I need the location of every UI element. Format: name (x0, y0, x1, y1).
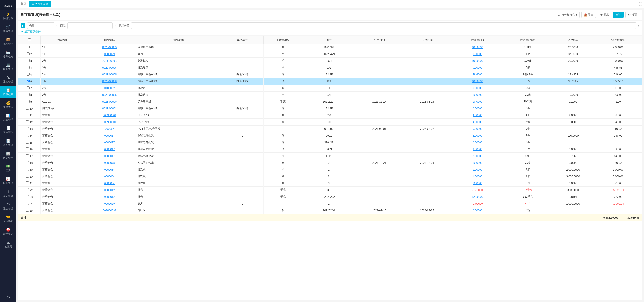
cell-qty-main[interactable]: 0.00000 (451, 85, 504, 92)
table-row[interactable]: 15 营营仓仓 0000017 测试电笔批次 1 件 210423 0.0000… (18, 139, 642, 146)
row-checkbox[interactable] (26, 168, 29, 171)
table-row[interactable]: 24 营营仓仓 0000029 展斥 1 个 1 -1.00000 -1个 1,… (18, 200, 642, 207)
row-checkbox[interactable] (26, 127, 29, 130)
cell-qty-main[interactable]: 3.00000 (451, 146, 504, 153)
sidebar-item-fixed-assets[interactable]: 🏢 固定资产 (0, 149, 16, 162)
cell-code[interactable]: 0023-00009 (83, 44, 136, 51)
row-checkbox[interactable] (27, 73, 30, 76)
cell-qty-main[interactable]: 2.00000 (451, 132, 504, 139)
window-minimize-button[interactable]: ─ (638, 2, 642, 6)
cell-qty-main[interactable]: -16.0000 (451, 187, 504, 194)
row-checkbox[interactable] (27, 100, 30, 103)
table-row[interactable]: 20 营营仓仓 0000084 批次次 米 2 1.00000 1米 3,000… (18, 173, 642, 180)
row-checkbox[interactable] (27, 46, 30, 49)
cell-qty-main[interactable]: 49.6000 (451, 71, 504, 78)
sidebar-item-purchase[interactable]: 🛍 采购管理 (0, 73, 16, 86)
display-button[interactable]: 👁 显示 (598, 12, 612, 18)
sidebar-item-quick-nav[interactable]: ⚡ 快捷导航 (0, 10, 16, 23)
row-checkbox[interactable] (26, 161, 29, 164)
warehouse-filter-input[interactable] (27, 23, 54, 29)
product-filter-input[interactable] (68, 23, 113, 29)
row-checkbox[interactable] (26, 188, 29, 191)
cell-code[interactable]: 0000017 (83, 153, 136, 160)
cell-qty-main[interactable]: 100.0000 (451, 44, 504, 51)
sidebar-item-ledger[interactable]: 📊 总账管理 (0, 111, 16, 124)
cell-qty-main[interactable]: 87.0000 (451, 153, 504, 160)
sidebar-settings-bottom[interactable]: ⚙ (0, 292, 16, 302)
row-checkbox[interactable] (26, 134, 29, 137)
cell-code[interactable]: 0000029 (83, 51, 136, 58)
sidebar-item-cloud[interactable]: ☁ 云应用 (0, 238, 16, 251)
row-checkbox[interactable] (26, 113, 29, 116)
sidebar-item-inventory[interactable]: 📋 库存核查 (0, 86, 16, 98)
table-row[interactable]: 21 营营仓仓 0000084 批次次 米 3 10.0000 10米 0.00… (18, 180, 642, 187)
sidebar-item-ecommerce-small[interactable]: 🦢 小鹅电商 (0, 48, 16, 61)
cell-code[interactable]: 0000012 (83, 194, 136, 200)
cell-qty-main[interactable]: 122.0000 (451, 194, 504, 200)
cell-qty-main[interactable]: 0.00000 (451, 125, 504, 132)
row-checkbox[interactable] (26, 182, 29, 184)
sidebar-item-system[interactable]: ⚙ 系统管理 (0, 200, 16, 213)
query-button[interactable]: 查询 (613, 12, 624, 18)
cell-code[interactable]: 0000029 (83, 200, 136, 207)
select-all-checkbox[interactable] (28, 38, 31, 41)
cell-code[interactable]: 000900001 (83, 119, 136, 125)
cell-code[interactable]: 0000017 (83, 139, 136, 146)
cell-code[interactable]: 0023-00005 (83, 71, 136, 78)
cell-code[interactable]: 0000078 (83, 160, 136, 166)
table-row[interactable]: 2 11 0000029 展斥 1 个 20220429 1.00000 1个 … (18, 51, 642, 58)
table-row[interactable]: 16 营营仓仓 0000017 测试电笔批次 1 件 0003 3.00000 … (18, 146, 642, 153)
table-row[interactable]: 23 营营仓仓 0000012 批号 1 千克 1222222222 122.0… (18, 194, 642, 200)
table-row[interactable]: 10 测试透底2 0023-00008 富减（白色/奶橘） 白色/奶橘 件 12… (18, 105, 642, 112)
row-checkbox[interactable] (26, 195, 29, 198)
sidebar-item-guide[interactable]: 🎯 新手引导 (0, 225, 16, 238)
table-row[interactable]: 8 2号 0023-00005 批次透底 米 001 10.0000 10米 1… (18, 92, 642, 98)
cell-qty-main[interactable]: 100.0000 (451, 78, 504, 85)
sidebar-item-ecommerce[interactable]: 💻 电商管理 (0, 61, 16, 73)
table-container[interactable]: 仓库名称 商品编码 商品名称 规格型号 主计量单位 批号 生产日期 失效日期 现… (18, 36, 642, 300)
cell-code[interactable]: 0023-00008 (83, 105, 136, 112)
row-checkbox[interactable] (26, 141, 29, 144)
cell-qty-main[interactable]: 0.00000 (451, 139, 504, 146)
cell-code[interactable]: 0000084 (83, 166, 136, 173)
sidebar-item-invoice[interactable]: 🧾 发票管理 (0, 124, 16, 136)
tab-home[interactable]: 首页 (18, 1, 29, 7)
sidebar-item-tax[interactable]: 📑 税务管理 (0, 136, 16, 149)
table-row[interactable]: 17 营营仓仓 0000017 测试电笔批次 1 件 1111 87.0000 … (18, 153, 642, 160)
table-row[interactable]: 7 2号 001000026 批次混 箱 11 0.00000 0箱 0.00 (18, 85, 642, 92)
table-row[interactable]: 13 营营仓仓 000097 POS显示率/弹异常 个 20210901 202… (18, 125, 642, 132)
table-row[interactable]: 14 营营仓仓 0000017 测试电笔批次 1 件 0001 2.00000 … (18, 132, 642, 139)
table-row[interactable]: 22 营营仓仓 0000012 批号 1 千克 33 -16.0000 -16千… (18, 187, 642, 194)
cell-qty-main[interactable]: 10.0000 (451, 92, 504, 98)
row-checkbox[interactable] (26, 202, 29, 205)
row-checkbox[interactable] (27, 86, 30, 89)
table-row[interactable]: 12 营营仓仓 000900001 POS 批次 米 001 4.00000 4… (18, 119, 642, 125)
sidebar-item-management[interactable]: 📈 经营管理 (0, 175, 16, 187)
cell-code[interactable]: 0023-00005 (83, 92, 136, 98)
cell-qty-main[interactable]: -1.00000 (451, 200, 504, 207)
table-row[interactable]: 6 1号 0023-00008 富减（白色/奶橘） 白色/奶橘 件 123 10… (18, 78, 642, 85)
tab-inventory-batch[interactable]: 库存批次查 ✕ (29, 1, 51, 7)
table-row[interactable]: 3 1号 0023-0000... 测测批次 斤 A001 100.0000 1… (18, 58, 642, 64)
cell-code[interactable]: 0023-0000... (83, 58, 136, 64)
table-row[interactable]: 1 11 0023-00009 软顶通用帮谷 米 2021098 100.000… (18, 44, 642, 51)
cell-qty-main[interactable]: 0.00000 (451, 207, 504, 214)
cell-code[interactable]: 000900001 (83, 112, 136, 119)
row-checkbox[interactable] (27, 52, 30, 55)
sidebar-item-collaboration[interactable]: 🤝 企业协同 (0, 213, 16, 225)
cell-code[interactable]: 001000026 (83, 85, 136, 92)
cell-code[interactable]: 0000017 (83, 132, 136, 139)
cell-code[interactable]: 0000012 (83, 187, 136, 194)
cell-code[interactable]: 0000017 (83, 146, 136, 153)
export-button[interactable]: 📤 导出 (581, 12, 596, 18)
cell-qty-main[interactable]: 10.0000 (451, 98, 504, 105)
cell-qty-main[interactable]: 1.00000 (451, 166, 504, 173)
category-dropdown-icon[interactable]: ▾ (638, 24, 640, 27)
sidebar-item-basic-info[interactable]: ℹ 基础信息 (0, 187, 16, 200)
cell-code[interactable]: 0000084 (83, 180, 136, 187)
print-button[interactable]: 🖨 按模板打印 ▾ (556, 12, 580, 18)
row-checkbox[interactable] (26, 154, 29, 157)
row-checkbox[interactable] (26, 175, 29, 178)
table-row[interactable]: 9 A01-01 0023-00005 子件库票组 千克 20211217 20… (18, 98, 642, 105)
row-checkbox[interactable] (27, 59, 30, 62)
